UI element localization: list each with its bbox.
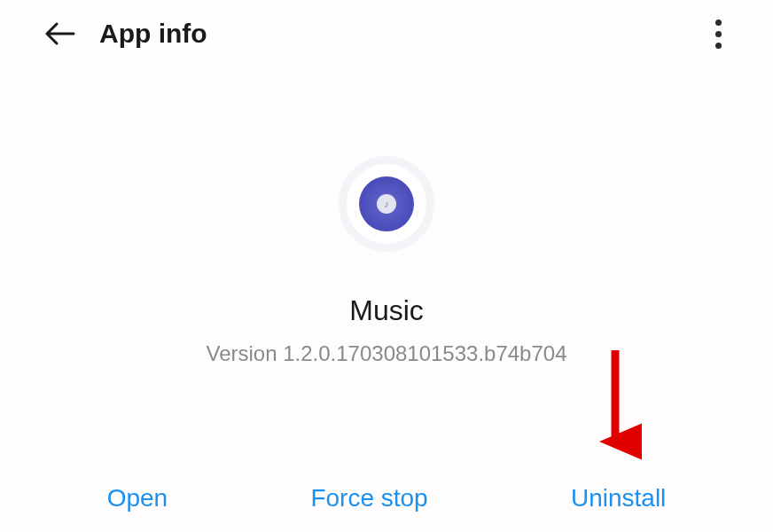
dot-icon — [715, 31, 722, 37]
uninstall-button[interactable]: Uninstall — [571, 484, 666, 512]
app-version: Version 1.2.0.170308101533.b74b704 — [206, 341, 566, 366]
arrow-left-icon — [45, 22, 75, 45]
page-title: App info — [99, 19, 207, 49]
force-stop-button[interactable]: Force stop — [310, 484, 427, 512]
more-menu-icon[interactable] — [700, 12, 736, 55]
app-name: Music — [349, 294, 424, 327]
dot-icon — [715, 43, 722, 49]
header-bar: App info — [0, 0, 773, 67]
app-icon: ♪ — [339, 156, 434, 252]
open-button[interactable]: Open — [107, 484, 168, 512]
music-disc-icon: ♪ — [359, 176, 414, 231]
music-note-icon: ♪ — [377, 194, 396, 214]
action-row: Open Force stop Uninstall — [0, 484, 773, 512]
app-info-main: ♪ Music Version 1.2.0.170308101533.b74b7… — [0, 156, 773, 366]
dot-icon — [715, 20, 722, 26]
back-arrow-icon[interactable] — [43, 16, 78, 51]
